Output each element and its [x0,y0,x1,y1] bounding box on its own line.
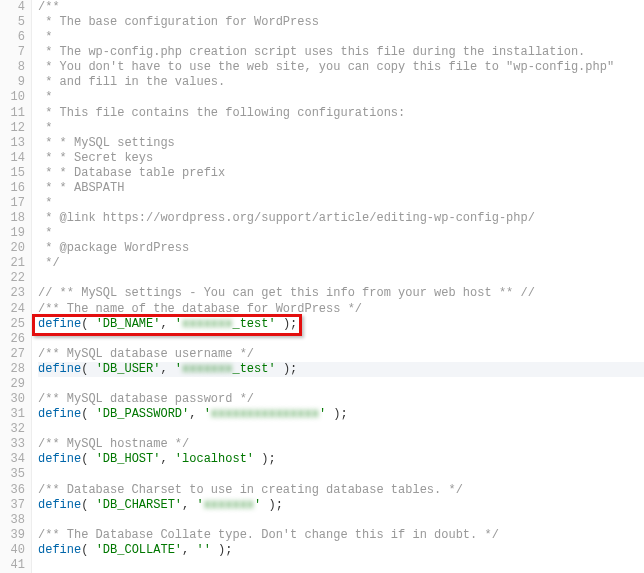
comment: * [38,226,52,240]
line-number: 34 [0,452,31,467]
line-number: 31 [0,407,31,422]
blank-line [38,467,644,482]
line-number: 39 [0,528,31,543]
line-number: 35 [0,467,31,482]
code-editor: 4567891011121314151617181920212223242526… [0,0,644,573]
line-number: 17 [0,196,31,211]
line-number: 16 [0,181,31,196]
line-number: 22 [0,271,31,286]
comment: * * MySQL settings [38,136,175,150]
comment: /** MySQL database username */ [38,347,254,361]
line-number: 30 [0,392,31,407]
line-number: 18 [0,211,31,226]
line-number: 6 [0,30,31,45]
line-number: 20 [0,241,31,256]
comment: */ [38,256,60,270]
line-number: 25 [0,317,31,332]
line-number: 11 [0,106,31,121]
comment: * This file contains the following confi… [38,106,405,120]
line-number: 28 [0,362,31,377]
line-number: 9 [0,75,31,90]
code-area[interactable]: /** * The base configuration for WordPre… [32,0,644,573]
line-number: 21 [0,256,31,271]
comment: /** MySQL hostname */ [38,437,189,451]
line-number: 38 [0,513,31,528]
line-number: 32 [0,422,31,437]
define-db-host: define( 'DB_HOST', 'localhost' ); [38,452,644,467]
blank-line [38,422,644,437]
comment: * * Database table prefix [38,166,225,180]
define-db-password: define( 'DB_PASSWORD', 'xxxxxxxxxxxxxxx'… [38,407,644,422]
blank-line [38,513,644,528]
comment: /** The Database Collate type. Don't cha… [38,528,499,542]
blank-line [38,377,644,392]
blank-line [38,558,644,573]
line-number: 29 [0,377,31,392]
comment: // ** MySQL settings - You can get this … [38,286,535,300]
comment: /** [38,0,60,14]
comment: * and fill in the values. [38,75,225,89]
comment: * @package WordPress [38,241,189,255]
line-number: 12 [0,121,31,136]
define-db-charset: define( 'DB_CHARSET', 'xxxxxxx' ); [38,498,644,513]
comment: * [38,30,52,44]
line-number: 13 [0,136,31,151]
comment: * * Secret keys [38,151,153,165]
line-number: 26 [0,332,31,347]
define-db-collate: define( 'DB_COLLATE', '' ); [38,543,644,558]
blank-line [38,332,644,347]
line-number-gutter: 4567891011121314151617181920212223242526… [0,0,32,573]
line-number: 4 [0,0,31,15]
line-number: 37 [0,498,31,513]
comment: * [38,121,52,135]
line-number: 33 [0,437,31,452]
comment: * [38,196,52,210]
line-number: 5 [0,15,31,30]
comment: * You don't have to use the web site, yo… [38,60,614,74]
comment: * The base configuration for WordPress [38,15,319,29]
line-number: 41 [0,558,31,573]
line-number: 8 [0,60,31,75]
define-db-name: define( 'DB_NAME', 'xxxxxxx_test' ); [38,317,644,332]
comment: /** Database Charset to use in creating … [38,483,463,497]
comment: /** The name of the database for WordPre… [38,302,362,316]
comment: * [38,90,52,104]
line-number: 14 [0,151,31,166]
line-number: 40 [0,543,31,558]
comment: * @link https://wordpress.org/support/ar… [38,211,535,225]
blank-line [38,271,644,286]
line-number: 24 [0,302,31,317]
comment: * The wp-config.php creation script uses… [38,45,585,59]
line-number: 15 [0,166,31,181]
comment: /** MySQL database password */ [38,392,254,406]
line-number: 23 [0,286,31,301]
line-number: 36 [0,483,31,498]
line-number: 19 [0,226,31,241]
define-db-user: define( 'DB_USER', 'xxxxxxx_test' ); [38,362,644,377]
line-number: 27 [0,347,31,362]
line-number: 7 [0,45,31,60]
comment: * * ABSPATH [38,181,124,195]
line-number: 10 [0,90,31,105]
